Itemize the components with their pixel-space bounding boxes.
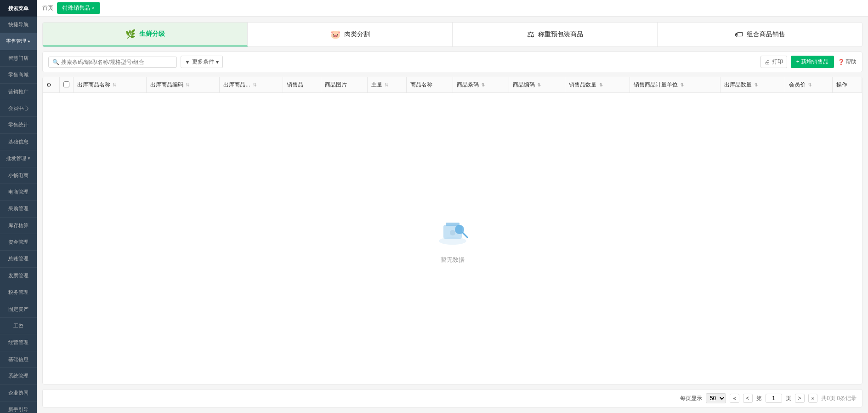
sidebar-item-basic-info2[interactable]: 基础信息 — [0, 351, 37, 368]
sort-icon-4[interactable]: ⇅ — [385, 82, 388, 87]
sidebar-item-retail-stats[interactable]: 零售统计 — [0, 117, 37, 133]
sidebar-item-retail-manage[interactable]: 零售管理 ▲ — [0, 33, 37, 50]
help-label: 帮助 — [845, 58, 857, 66]
print-icon: 🖨 — [765, 59, 770, 65]
data-table: ⚙ 出库商品名称 ⇅ 出库商品编码 ⇅ — [43, 77, 862, 93]
settings-icon: ⚙ — [46, 82, 51, 88]
th-goods-code: 商品编码 ⇅ — [509, 77, 565, 93]
category-tabs: 🌿 生鲜分级 🐷 肉类分割 ⚖ 称重预包装商品 🏷 组合商品销售 — [42, 22, 862, 47]
sidebar-item-smart-store[interactable]: 智慧门店 — [0, 50, 37, 67]
empty-state: 暂无数据 — [43, 93, 862, 384]
help-button[interactable]: ❓ 帮助 — [838, 58, 857, 66]
sidebar-item-fixed-assets[interactable]: 固定资产 — [0, 301, 37, 318]
per-page-select[interactable]: 50 — [706, 393, 726, 403]
next-page-button[interactable]: > — [795, 394, 805, 403]
main-area: 首页 特殊销售品 × 🌿 生鲜分级 🐷 肉类分割 ⚖ 称重预包装商品 🏷 — [37, 0, 868, 413]
page-label-prefix: 第 — [756, 395, 762, 402]
select-all-checkbox[interactable] — [63, 81, 69, 87]
prev-page-button[interactable]: < — [743, 394, 753, 403]
th-out-qty: 出库品数量 ⇅ — [720, 77, 785, 93]
new-sales-item-button[interactable]: + 新增销售品 — [791, 56, 834, 68]
th-goods-image: 商品图片 — [321, 77, 367, 93]
fresh-grade-label: 生鲜分级 — [139, 30, 165, 38]
breadcrumb-home[interactable]: 首页 — [42, 4, 53, 12]
sort-icon[interactable]: ⇅ — [113, 82, 116, 87]
cat-tab-fresh-grade[interactable]: 🌿 生鲜分级 — [43, 23, 248, 46]
first-page-button[interactable]: « — [730, 394, 739, 403]
filter-button[interactable]: ▼ 更多条件 ▾ — [181, 56, 223, 68]
page-label-suffix: 页 — [786, 395, 791, 402]
sort-icon-7[interactable]: ⇅ — [599, 82, 603, 87]
meat-split-label: 肉类分割 — [344, 30, 370, 39]
sidebar: 搜索菜单 快捷导航 零售管理 ▲ 智慧门店 零售商城 营销推广 会员中心 零售统… — [0, 0, 37, 413]
sidebar-item-tax[interactable]: 税务管理 — [0, 284, 37, 301]
sidebar-item-member-center[interactable]: 会员中心 — [0, 100, 37, 117]
sidebar-item-invoice[interactable]: 发票管理 — [0, 268, 37, 284]
sidebar-item-finance[interactable]: 资金管理 — [0, 234, 37, 251]
th-settings[interactable]: ⚙ — [43, 77, 59, 93]
sidebar-item-ledger[interactable]: 总账管理 — [0, 251, 37, 267]
cat-tab-combo-goods[interactable]: 🏷 组合商品销售 — [658, 23, 862, 46]
th-member-price: 会员价 ⇅ — [785, 77, 832, 93]
sort-icon-3[interactable]: ⇅ — [253, 82, 256, 87]
cat-tab-weight-package[interactable]: ⚖ 称重预包装商品 — [453, 23, 658, 46]
th-out-goods-sub: 出库商品... ⇅ — [220, 77, 283, 93]
toolbar: 🔍 ▼ 更多条件 ▾ 🖨 打印 + 新增销售品 ❓ — [42, 52, 862, 72]
th-out-goods-name: 出库商品名称 ⇅ — [73, 77, 146, 93]
sidebar-item-wholesale-manage[interactable]: 批发管理 ▼ — [0, 150, 37, 167]
combo-goods-label: 组合商品销售 — [747, 30, 785, 39]
sidebar-item-purchase[interactable]: 采购管理 — [0, 201, 37, 217]
topbar: 首页 特殊销售品 × — [37, 0, 868, 17]
page-number-input[interactable] — [766, 394, 782, 403]
th-sales-goods: 销售品 — [283, 77, 321, 93]
sidebar-item-retail-mall[interactable]: 零售商城 — [0, 67, 37, 83]
weight-package-icon: ⚖ — [527, 29, 534, 40]
sidebar-item-biz-manage[interactable]: 经营管理 — [0, 334, 37, 351]
sort-icon-10[interactable]: ⇅ — [808, 82, 811, 87]
sidebar-item-marketing[interactable]: 营销推广 — [0, 84, 37, 100]
filter-arrow-icon: ▾ — [216, 59, 219, 65]
sidebar-item-new-guide[interactable]: 新手引导 — [0, 402, 37, 413]
sort-icon-9[interactable]: ⇅ — [754, 82, 758, 87]
sidebar-item-quick-nav[interactable]: 快捷导航 — [0, 17, 37, 33]
sidebar-logo[interactable]: 搜索菜单 — [0, 0, 37, 17]
fresh-grade-icon: 🌿 — [125, 29, 136, 39]
search-box[interactable]: 🔍 — [48, 57, 177, 68]
sort-icon-5[interactable]: ⇅ — [481, 82, 485, 87]
th-sales-qty: 销售品数量 ⇅ — [565, 77, 630, 93]
toolbar-left: 🔍 ▼ 更多条件 ▾ — [48, 56, 223, 68]
content-area: 🌿 生鲜分级 🐷 肉类分割 ⚖ 称重预包装商品 🏷 组合商品销售 🔍 — [37, 17, 868, 413]
toolbar-right: 🖨 打印 + 新增销售品 ❓ 帮助 — [760, 56, 857, 68]
sidebar-item-basic-info[interactable]: 基础信息 — [0, 134, 37, 150]
sidebar-item-ecommerce[interactable]: 电商管理 — [0, 184, 37, 201]
retail-manage-arrow: ▲ — [27, 39, 31, 44]
sort-icon-8[interactable]: ⇅ — [680, 82, 684, 87]
sidebar-item-mini-app[interactable]: 小畅电商 — [0, 167, 37, 184]
th-checkbox[interactable] — [59, 77, 73, 93]
th-goods-barcode: 商品条码 ⇅ — [453, 77, 509, 93]
sidebar-item-enterprise[interactable]: 企业协同 — [0, 385, 37, 402]
sort-icon-2[interactable]: ⇅ — [186, 82, 189, 87]
last-page-button[interactable]: » — [808, 394, 818, 403]
wholesale-arrow: ▼ — [27, 156, 31, 161]
print-button[interactable]: 🖨 打印 — [760, 56, 787, 68]
sort-icon-6[interactable]: ⇅ — [537, 82, 541, 87]
data-table-container: ⚙ 出库商品名称 ⇅ 出库商品编码 ⇅ — [42, 77, 862, 384]
active-tab[interactable]: 特殊销售品 × — [57, 2, 100, 14]
th-sales-unit: 销售商品计量单位 ⇅ — [630, 77, 720, 93]
search-icon: 🔍 — [52, 59, 59, 65]
th-goods-name: 商品名称 — [406, 77, 453, 93]
sidebar-item-wages[interactable]: 工资 — [0, 318, 37, 334]
cat-tab-meat-split[interactable]: 🐷 肉类分割 — [248, 23, 453, 46]
search-input[interactable] — [61, 59, 173, 65]
per-page-label: 每页显示 — [680, 395, 702, 402]
sidebar-item-inventory[interactable]: 库存核算 — [0, 218, 37, 234]
sidebar-item-sys-manage[interactable]: 系统管理 — [0, 368, 37, 384]
filter-icon: ▼ — [185, 59, 190, 65]
close-tab-icon[interactable]: × — [92, 6, 95, 11]
meat-split-icon: 🐷 — [330, 29, 340, 40]
th-weight: 主量 ⇅ — [368, 77, 407, 93]
total-info: 共0页 0条记录 — [821, 395, 857, 402]
empty-icon — [434, 213, 471, 250]
active-tab-label: 特殊销售品 — [62, 4, 90, 12]
